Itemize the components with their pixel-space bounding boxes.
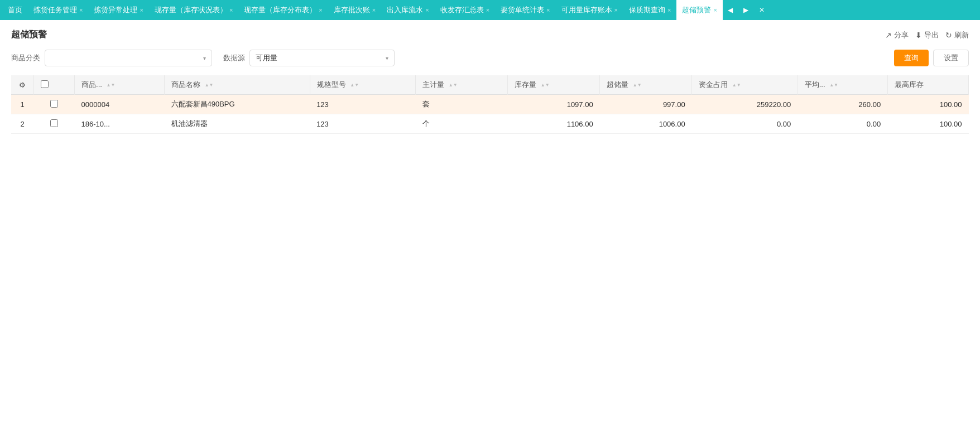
gear-icon: ⚙ [19,81,26,89]
sort-icon-unit: ▲▼ [449,83,458,88]
nav-item-inout-flow[interactable]: 出入库流水 × [381,0,434,20]
table-row: 2 186-10... 机油滤清器 123 个 1106.00 1006.00 … [11,114,969,134]
th-spec[interactable]: 规格型号 ▲▼ [310,75,416,95]
nav-close-order-stats[interactable]: × [546,7,550,13]
nav-item-stock-status[interactable]: 现存量（库存状况表） × [149,0,238,20]
cell-capital: 259220.00 [692,95,798,114]
nav-close-overstock[interactable]: × [713,7,717,13]
th-checkbox [33,75,75,95]
nav-close-pick-exception[interactable]: × [140,7,143,13]
nav-prev-arrow[interactable]: ◀ [723,0,738,20]
th-max-stock[interactable]: 最高库存 [887,75,968,95]
row-checkbox[interactable] [50,119,58,127]
header-actions: ↗ 分享 ⬇ 导出 ↻ 刷新 [885,30,969,40]
cell-unit: 个 [416,114,508,134]
nav-item-order-stats[interactable]: 要货单统计表 × [495,0,555,20]
th-stock[interactable]: 库存量 ▲▼ [508,75,600,95]
nav-item-pick-exception[interactable]: 拣货异常处理 × [88,0,148,20]
row-checkbox-cell [33,114,75,134]
cell-overstock: 1006.00 [600,114,692,134]
cell-capital: 0.00 [692,114,798,134]
cell-product-name: 机油滤清器 [165,114,310,134]
nav-item-overstock[interactable]: 超储预警 × [676,0,722,20]
row-index: 2 [11,114,33,134]
th-capital[interactable]: 资金占用 ▲▼ [692,75,798,95]
nav-close-all-arrow[interactable]: ✕ [754,0,770,20]
cell-overstock: 997.00 [600,95,692,114]
filter-buttons: 查询 设置 [894,50,969,66]
cell-stock: 1106.00 [508,114,600,134]
row-checkbox[interactable] [50,100,58,108]
data-source-value: 可用量 [256,53,277,63]
nav-close-expiry[interactable]: × [667,7,671,13]
product-category-arrow-icon: ▾ [203,55,206,61]
nav-close-recv-summary[interactable]: × [486,7,489,13]
cell-max-stock: 100.00 [887,114,968,134]
nav-close-available-stock[interactable]: × [614,7,618,13]
th-product-code[interactable]: 商品... ▲▼ [75,75,165,95]
row-index: 1 [11,95,33,114]
data-source-label: 数据源 [223,53,245,63]
refresh-action[interactable]: ↻ 刷新 [945,30,969,40]
product-category-filter: 商品分类 ▾ [11,50,212,66]
sort-icon-overstock: ▲▼ [633,83,642,88]
page-title: 超储预警 [11,29,47,41]
settings-button[interactable]: 设置 [933,50,969,66]
nav-close-stock-batch[interactable]: × [372,7,376,13]
share-action[interactable]: ↗ 分享 [885,30,909,40]
cell-max-stock: 100.00 [887,95,968,114]
share-icon: ↗ [885,31,892,40]
cell-spec: 123 [310,95,416,114]
nav-item-stock-dist[interactable]: 现存量（库存分布表） × [238,0,328,20]
data-source-select[interactable]: 可用量 ▾ [249,50,395,66]
cell-product-code: 0000004 [75,95,165,114]
filter-bar: 商品分类 ▾ 数据源 可用量 ▾ 查询 设置 [11,50,969,66]
product-category-select[interactable]: ▾ [45,50,212,66]
sort-icon-product-name: ▲▼ [205,83,214,88]
table-header-row: ⚙ 商品... ▲▼ 商品名称 ▲▼ 规格型号 ▲▼ 主计 [11,75,969,95]
th-gear[interactable]: ⚙ [11,75,33,95]
cell-spec: 123 [310,114,416,134]
sort-icon-capital: ▲▼ [732,83,741,88]
sort-icon-spec: ▲▼ [350,83,359,88]
th-product-name[interactable]: 商品名称 ▲▼ [165,75,310,95]
row-checkbox-cell [33,95,75,114]
select-all-checkbox[interactable] [41,80,49,88]
nav-next-arrow[interactable]: ▶ [738,0,754,20]
nav-item-expiry[interactable]: 保质期查询 × [623,0,676,20]
nav-close-stock-status[interactable]: × [229,7,233,13]
data-source-filter: 数据源 可用量 ▾ [223,50,395,66]
nav-close-stock-dist[interactable]: × [319,7,322,13]
cell-avg: 0.00 [798,114,887,134]
nav-close-inout-flow[interactable]: × [425,7,429,13]
nav-close-pick-task[interactable]: × [79,7,83,13]
cell-unit: 套 [416,95,508,114]
nav-item-home[interactable]: 首页 [2,0,28,20]
th-overstock[interactable]: 超储量 ▲▼ [600,75,692,95]
nav-item-recv-summary[interactable]: 收发存汇总表 × [435,0,495,20]
nav-item-pick-task[interactable]: 拣货任务管理 × [28,0,88,20]
page-header: 超储预警 ↗ 分享 ⬇ 导出 ↻ 刷新 [11,29,969,41]
export-icon: ⬇ [915,31,922,40]
cell-stock: 1097.00 [508,95,600,114]
th-unit[interactable]: 主计量 ▲▼ [416,75,508,95]
query-button[interactable]: 查询 [894,50,929,66]
data-table: ⚙ 商品... ▲▼ 商品名称 ▲▼ 规格型号 ▲▼ 主计 [11,75,969,134]
cell-product-code: 186-10... [75,114,165,134]
product-category-label: 商品分类 [11,53,40,63]
top-nav: 首页 拣货任务管理 × 拣货异常处理 × 现存量（库存状况表） × 现存量（库存… [0,0,980,20]
export-action[interactable]: ⬇ 导出 [915,30,939,40]
cell-product-name: 六配套新昌490BPG [165,95,310,114]
cell-avg: 260.00 [798,95,887,114]
nav-item-available-stock[interactable]: 可用量库存账本 × [556,0,623,20]
data-source-arrow-icon: ▾ [386,55,388,61]
nav-item-stock-batch[interactable]: 库存批次账 × [328,0,381,20]
page-content: 超储预警 ↗ 分享 ⬇ 导出 ↻ 刷新 商品分类 ▾ 数据源 [0,20,980,446]
sort-icon-avg: ▲▼ [829,83,838,88]
table-row: 1 0000004 六配套新昌490BPG 123 套 1097.00 997.… [11,95,969,114]
sort-icon-product-code: ▲▼ [107,83,116,88]
sort-icon-stock: ▲▼ [541,83,550,88]
th-avg[interactable]: 平均... ▲▼ [798,75,887,95]
refresh-icon: ↻ [945,31,952,40]
